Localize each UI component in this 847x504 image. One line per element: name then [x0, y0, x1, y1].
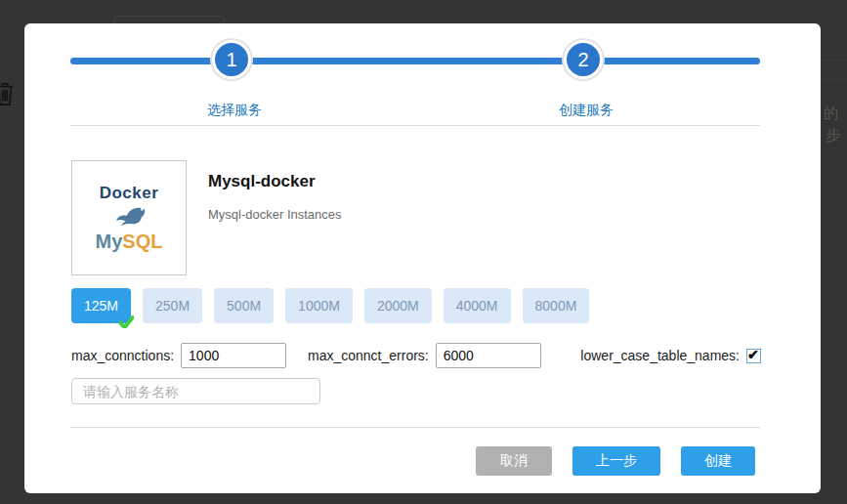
- parameters-row: max_connctions: max_connct_errors: lower…: [71, 341, 761, 370]
- lower-case-checkbox[interactable]: [746, 349, 761, 363]
- service-subtitle: Mysql-docker Instances: [208, 207, 342, 222]
- trash-icon: [0, 81, 16, 106]
- max-connections-input[interactable]: [181, 343, 286, 368]
- max-connections-label: max_connctions:: [71, 348, 174, 363]
- mysql-dolphin-icon: [111, 205, 147, 229]
- service-name-input[interactable]: [71, 378, 320, 404]
- memory-option[interactable]: 8000M: [523, 288, 590, 323]
- stepper-progress-bar: [70, 58, 760, 64]
- docker-logo-text: Docker: [100, 184, 159, 203]
- memory-option[interactable]: 125M: [71, 288, 131, 323]
- footer-actions: 取消 上一步 创建: [476, 446, 755, 476]
- memory-option[interactable]: 2000M: [364, 288, 432, 323]
- max-connect-errors-input[interactable]: [436, 343, 541, 368]
- page-root: { "background": { "text_fragments": { "l…: [0, 0, 847, 504]
- service-title: Mysql-docker: [208, 172, 316, 191]
- background-text-fragment: 步: [826, 127, 840, 142]
- header-divider: [70, 125, 760, 126]
- step-1-circle[interactable]: 1: [212, 40, 251, 79]
- mysql-docker-logo: Docker MySQL: [71, 160, 187, 275]
- step-1-label: 选择服务: [176, 102, 293, 119]
- max-connections-group: max_connctions:: [71, 341, 286, 370]
- footer-divider: [70, 427, 760, 428]
- cancel-button[interactable]: 取消: [476, 446, 552, 476]
- previous-step-button[interactable]: 上一步: [572, 446, 660, 476]
- background-divider: [821, 60, 847, 61]
- memory-option[interactable]: 4000M: [444, 288, 511, 323]
- lower-case-group: lower_case_table_names:: [580, 341, 761, 370]
- background-divider: [821, 79, 847, 80]
- step-2-label: 创建服务: [528, 102, 645, 119]
- memory-options-row: 125M 250M 500M 1000M 2000M: [71, 288, 589, 323]
- step-2-circle[interactable]: 2: [564, 40, 603, 79]
- max-connect-errors-label: max_connct_errors:: [308, 348, 429, 363]
- memory-option[interactable]: 1000M: [285, 288, 353, 323]
- lower-case-label: lower_case_table_names:: [580, 348, 740, 363]
- max-connect-errors-group: max_connct_errors:: [308, 341, 541, 370]
- check-icon: [119, 315, 134, 328]
- mysql-logo-text: MySQL: [96, 231, 163, 253]
- background-text-fragment: 的: [824, 105, 838, 120]
- memory-option[interactable]: 250M: [143, 288, 202, 323]
- create-button[interactable]: 创建: [681, 446, 755, 476]
- create-service-dialog: 1 2 选择服务 创建服务 Docker MySQL Mysql-docker …: [24, 23, 821, 493]
- memory-option[interactable]: 500M: [214, 288, 274, 323]
